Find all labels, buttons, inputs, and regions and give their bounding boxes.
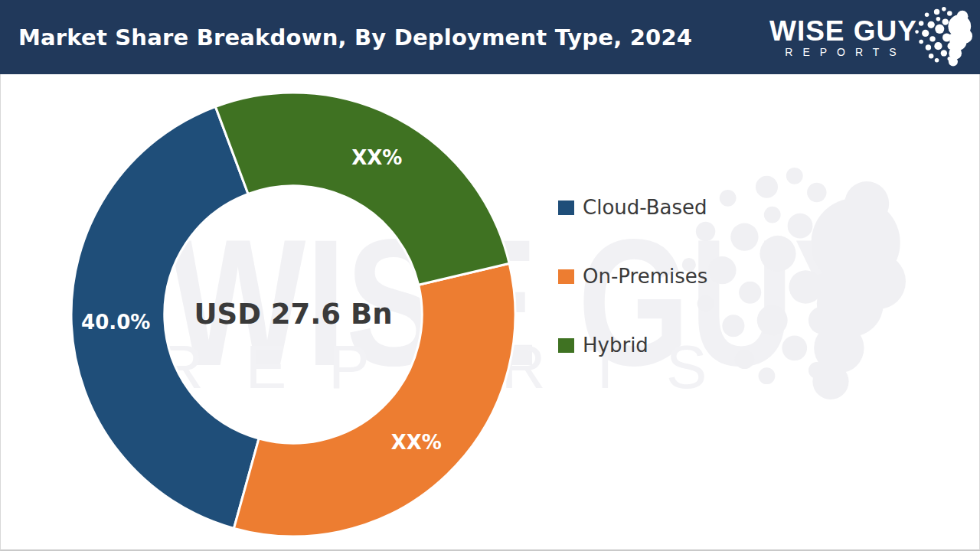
chart-legend: Cloud-Based On-Premises Hybrid [558,191,707,397]
legend-label: Hybrid [583,334,648,357]
segment-label: 40.0% [81,311,150,334]
legend-item-hybrid: Hybrid [558,328,707,362]
logo-subtitle: REPORTS [774,47,917,58]
report-infographic: WISE GUY REPORTS 40.0%XX%XX% USD 27.6 Bn… [0,0,980,551]
segment-label: XX% [351,146,402,169]
logo-text: WISE GUY REPORTS [769,17,917,58]
legend-label: Cloud-Based [583,196,707,219]
logo-wordmark: WISE GUY [769,17,917,47]
chart-center-value: USD 27.6 Bn [194,298,393,331]
page-title: Market Share Breakdown, By Deployment Ty… [0,24,692,51]
logo-face-icon [913,5,972,70]
legend-swatch-on-premises [558,269,574,284]
wise-guy-logo: WISE GUY REPORTS [769,3,972,72]
legend-item-cloud-based: Cloud-Based [558,191,707,224]
legend-item-on-premises: On-Premises [558,259,707,293]
legend-swatch-hybrid [558,338,574,353]
legend-label: On-Premises [583,265,707,288]
segment-label: XX% [391,431,442,454]
header: Market Share Breakdown, By Deployment Ty… [0,0,980,74]
donut-chart: 40.0%XX%XX% [0,0,980,551]
donut-segment-hybrid [215,93,509,285]
legend-swatch-cloud-based [558,201,574,215]
